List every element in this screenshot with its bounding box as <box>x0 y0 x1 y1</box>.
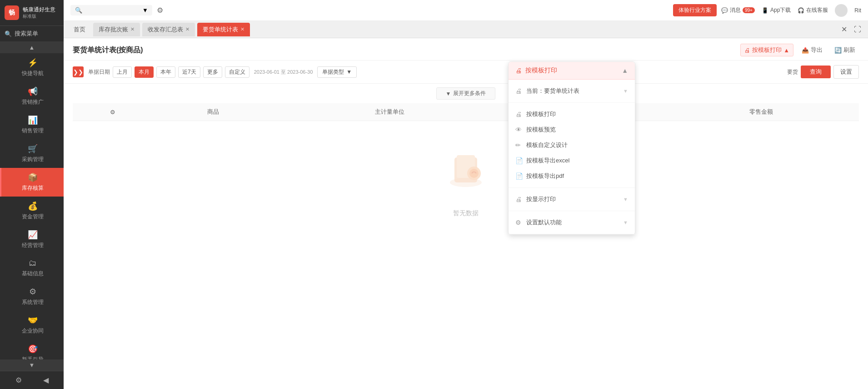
sidebar-item-operations[interactable]: 📈 经营管理 <box>0 225 64 254</box>
sidebar-item-enterprise[interactable]: 🤝 企业协同 <box>0 311 64 339</box>
expand-row: ▼ 展开更多条件 <box>64 84 868 103</box>
display-print-item[interactable]: 🖨 按显示打印 ▼ <box>509 192 635 207</box>
display-print-section: 🖨 按显示打印 ▼ <box>509 188 635 211</box>
online-service-item[interactable]: 🎧 在线客服 <box>798 6 828 14</box>
scroll-up-btn[interactable]: ▲ <box>0 42 64 53</box>
template-design-item[interactable]: ✏ 模板自定义设计 <box>509 137 635 153</box>
print-dropdown-icon: 🖨 <box>515 67 522 74</box>
dropdown-title: 🖨 按模板打印 <box>515 66 557 75</box>
template-preview-icon: 👁 <box>515 126 523 133</box>
sidebar-item-finance[interactable]: 💰 资金管理 <box>0 197 64 225</box>
notification-badge: 99+ <box>743 7 755 13</box>
col-retail: 零售金额 <box>664 103 859 121</box>
set-default-arrow: ▼ <box>623 220 628 225</box>
date-btn-last-month[interactable]: 上月 <box>113 66 132 78</box>
expand-label: 展开更多条件 <box>453 90 486 97</box>
close-all-tabs-btn[interactable]: ✕ <box>839 24 849 35</box>
app-download-item[interactable]: 📱 App下载 <box>762 6 791 14</box>
dropdown-header: 🖨 按模板打印 ▲ <box>509 62 635 80</box>
current-template-arrow: ▼ <box>623 88 628 94</box>
sidebar-item-inventory[interactable]: 📦 库存核算 <box>0 168 64 197</box>
basic-icon: 🗂 <box>29 258 37 268</box>
system-icon: ⚙ <box>29 287 36 297</box>
svg-point-4 <box>469 169 479 178</box>
template-preview-label: 按模板预览 <box>526 126 628 134</box>
settings-filter-btn[interactable]: 设置 <box>833 65 859 79</box>
sidebar-item-system[interactable]: ⚙ 系统管理 <box>0 282 64 311</box>
right-filter-area: 要货 查询 设置 <box>787 65 859 79</box>
sales-icon: 📊 <box>28 115 38 125</box>
refresh-icon: 🔄 <box>834 47 842 54</box>
tab-receipt-summary[interactable]: 收发存汇总表 ✕ <box>142 23 195 36</box>
filter-toggle-btn[interactable]: ❯❯ <box>73 66 84 77</box>
tab-inventory-batch-close[interactable]: ✕ <box>130 26 135 32</box>
date-btn-this-month[interactable]: 本月 <box>135 66 154 78</box>
sidebar-item-guide[interactable]: 🎯 新手引导 <box>0 339 64 359</box>
set-default-section: ⚙ 设置默认功能 ▼ <box>509 211 635 234</box>
current-template-item[interactable]: 🖨 当前：要货单统计表 ▼ <box>509 83 635 99</box>
template-export-pdf-item[interactable]: 📄 按模板导出pdf <box>509 168 635 184</box>
finance-icon: 💰 <box>28 201 38 211</box>
expand-conditions-btn[interactable]: ▼ 展开更多条件 <box>436 87 496 100</box>
date-btn-custom[interactable]: 自定义 <box>225 66 249 78</box>
sidebar-item-purchase[interactable]: 🛒 采购管理 <box>0 139 64 168</box>
sidebar-item-basic[interactable]: 🗂 基础信息 <box>0 254 64 282</box>
current-template-label: 当前：要货单统计表 <box>526 87 619 95</box>
tab-home[interactable]: 首页 <box>68 23 91 36</box>
search-btn[interactable]: 查询 <box>801 66 831 78</box>
template-preview-item[interactable]: 👁 按模板预览 <box>509 122 635 137</box>
topbar-settings-icon[interactable]: ⚙ <box>157 6 163 15</box>
date-btn-this-year[interactable]: 本年 <box>156 66 175 78</box>
topbar-search-input[interactable] <box>85 7 140 14</box>
tabbar-actions: ✕ ⛶ <box>839 24 863 35</box>
empty-icon <box>443 148 489 202</box>
search-menu[interactable]: 🔍 搜索菜单 <box>0 26 64 42</box>
app-download-label: App下载 <box>770 6 791 14</box>
collapse-icon[interactable]: ◀ <box>43 376 49 384</box>
print-dropdown-arrow[interactable]: ▲ <box>783 47 789 54</box>
tab-order-summary[interactable]: 要货单统计表 ✕ <box>197 23 250 36</box>
sidebar-item-quick-nav[interactable]: ⚡ 快捷导航 <box>0 53 64 82</box>
notification-item[interactable]: 💬 消息 99+ <box>721 6 755 14</box>
topbar-search-arrow[interactable]: ▼ <box>142 7 148 14</box>
settings-bottom-icon[interactable]: ⚙ <box>15 376 22 384</box>
sidebar-item-sales[interactable]: 📊 销售管理 <box>0 111 64 139</box>
template-export-pdf-icon: 📄 <box>515 172 523 180</box>
print-template-btn[interactable]: 🖨 按模板打印 ▲ <box>740 44 793 56</box>
refresh-label: 刷新 <box>843 46 855 54</box>
guide-icon: 🎯 <box>28 344 38 354</box>
purchase-icon: 🛒 <box>28 144 38 154</box>
col-product: 商品 <box>153 103 274 121</box>
tab-order-summary-close[interactable]: ✕ <box>240 26 244 32</box>
tab-inventory-batch[interactable]: 库存批次账 ✕ <box>93 23 140 36</box>
sidebar-item-marketing[interactable]: 📢 营销推广 <box>0 82 64 111</box>
maximize-btn[interactable]: ⛶ <box>852 24 863 35</box>
tab-receipt-summary-close[interactable]: ✕ <box>185 26 190 32</box>
scroll-down-btn[interactable]: ▼ <box>0 359 64 371</box>
export-btn[interactable]: 📤 导出 <box>798 44 826 56</box>
app-name: 畅康通好生意 <box>23 6 55 14</box>
table-settings-icon[interactable]: ⚙ <box>110 109 115 116</box>
sidebar-label-quick-nav: 快捷导航 <box>22 70 44 77</box>
notification-icon: 💬 <box>721 7 728 14</box>
col-settings[interactable]: ⚙ <box>73 103 153 121</box>
date-filter-label: 单据日期 <box>88 68 110 76</box>
tab-receipt-summary-label: 收发存汇总表 <box>148 25 183 34</box>
app-download-icon: 📱 <box>762 7 768 14</box>
topbar-search[interactable]: 🔍 ▼ <box>70 5 152 15</box>
order-type-filter[interactable]: 单据类型 ▼ <box>317 66 357 78</box>
expand-icon: ▼ <box>446 91 451 97</box>
template-print-item[interactable]: 🖨 按模板打印 <box>509 106 635 122</box>
template-export-excel-item[interactable]: 📄 按模板导出excel <box>509 153 635 168</box>
set-default-item[interactable]: ⚙ 设置默认功能 ▼ <box>509 215 635 230</box>
date-btn-last-7-days[interactable]: 近7天 <box>178 66 200 78</box>
page-content: 要货单统计表(按商品) 🖨 按模板打印 ▲ 📤 导出 🔄 刷新 <box>64 38 868 389</box>
template-print-icon: 🖨 <box>515 111 523 118</box>
avatar[interactable] <box>835 4 848 17</box>
trial-btn[interactable]: 体验行业方案 <box>673 4 717 16</box>
sidebar-label-marketing: 营销推广 <box>22 98 44 106</box>
date-btn-more[interactable]: 更多 <box>203 66 222 78</box>
dropdown-close-btn[interactable]: ▲ <box>622 67 628 74</box>
marketing-icon: 📢 <box>28 86 38 96</box>
refresh-btn[interactable]: 🔄 刷新 <box>831 44 859 56</box>
